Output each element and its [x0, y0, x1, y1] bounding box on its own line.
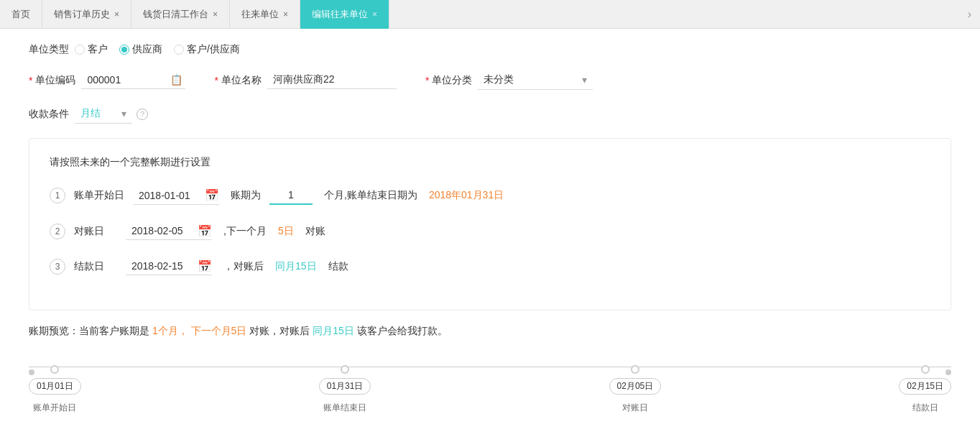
help-icon[interactable]: ? — [137, 109, 148, 120]
radio-customer[interactable]: 客户 — [75, 43, 108, 56]
radio-group: 客户 供应商 客户/供应商 — [75, 43, 240, 56]
radio-label-customer: 客户 — [88, 43, 108, 56]
tab-label: 编辑往来单位 — [312, 8, 368, 21]
date-input-1[interactable] — [133, 187, 205, 204]
calendar-icon-3[interactable]: 📅 — [198, 259, 212, 273]
tab-more-button[interactable]: › — [959, 8, 980, 21]
close-icon[interactable]: × — [114, 9, 119, 19]
required-star: * — [29, 75, 32, 86]
date-input-3[interactable] — [126, 257, 198, 275]
timeline-dot-4 — [921, 365, 930, 374]
step-desc-3b: 同月15日 — [275, 260, 317, 273]
step-end-date-1: 2018年01月31日 — [429, 189, 504, 202]
payment-field: 收款条件 月结 ▾ ? — [29, 104, 148, 124]
unit-category-label: 单位分类 — [432, 74, 472, 87]
unit-code-input[interactable] — [81, 71, 167, 88]
tab-label: 往来单位 — [241, 8, 279, 21]
timeline-point-4: 02月15日 结款日 — [899, 365, 951, 414]
radio-supplier[interactable]: 供应商 — [119, 43, 162, 56]
step-desc-2a: ,下一个月 — [223, 225, 267, 238]
tab-daily-work[interactable]: 钱货日清工作台 × — [131, 0, 230, 29]
unit-code-field: * 单位编码 📋 — [29, 71, 185, 89]
unit-name-label: 单位名称 — [221, 74, 262, 87]
timeline-point-2: 01月31日 账单结束日 — [319, 365, 371, 414]
step-row-2: 2 对账日 📅 ,下一个月 5日 对账 — [50, 222, 930, 240]
step-row-1: 1 账单开始日 📅 账期为 个月,账单结束日期为 2018年01月31日 — [50, 186, 930, 205]
tab-label: 钱货日清工作台 — [143, 8, 208, 21]
step-date-3: 📅 — [126, 257, 212, 275]
timeline-badge-2: 01月31日 — [319, 378, 371, 395]
tab-edit-units[interactable]: 编辑往来单位 × — [300, 0, 389, 29]
timeline-desc-3: 对账日 — [622, 402, 648, 414]
timeline: 01月01日 账单开始日 01月31日 账单结束日 02月05日 对账日 02月… — [29, 358, 951, 437]
step-num-2: 2 — [50, 224, 65, 239]
step-desc-3c: 结款 — [328, 260, 348, 273]
payment-row: 收款条件 月结 ▾ ? — [29, 104, 951, 124]
tab-sales-history[interactable]: 销售订单历史 × — [42, 0, 131, 29]
timeline-badge-1: 01月01日 — [29, 378, 81, 395]
radio-label-both: 客户/供应商 — [187, 43, 240, 56]
step-label-2: 对账日 — [74, 225, 117, 238]
unit-code-label: 单位编码 — [35, 74, 75, 87]
preview-text: 账期预览：当前客户账期是 1个月， 下一个月5日 对账，对账后 同月15日 该客… — [29, 325, 951, 338]
unit-type-row: 单位类型 客户 供应商 客户/供应商 — [29, 43, 951, 56]
step-desc-3a: ，对账后 — [223, 260, 264, 273]
required-star: * — [214, 75, 218, 86]
step-date-1: 📅 — [133, 187, 219, 205]
step-row-3: 3 结款日 📅 ，对账后 同月15日 结款 — [50, 257, 930, 275]
step-desc-2c: 对账 — [305, 225, 325, 238]
radio-both[interactable]: 客户/供应商 — [174, 43, 240, 56]
required-star: * — [425, 75, 429, 86]
unit-name-input[interactable] — [267, 71, 397, 89]
copy-icon[interactable]: 📋 — [167, 74, 185, 86]
timeline-dot-1 — [50, 365, 59, 374]
close-icon[interactable]: × — [372, 9, 377, 19]
tab-units[interactable]: 往来单位 × — [230, 0, 300, 29]
section-box: 请按照未来的一个完整帐期进行设置 1 账单开始日 📅 账期为 个月,账单结束日期… — [29, 138, 951, 310]
tab-home[interactable]: 首页 — [0, 0, 42, 29]
unit-category-select[interactable]: 未分类 ▾ — [478, 70, 593, 90]
timeline-dot-3 — [631, 365, 639, 374]
step-label-1: 账单开始日 — [74, 189, 124, 202]
dropdown-arrow-icon: ▾ — [582, 74, 587, 86]
unit-category-field: * 单位分类 未分类 ▾ — [425, 70, 593, 90]
tab-bar: 首页 销售订单历史 × 钱货日清工作台 × 往来单位 × 编辑往来单位 × › — [0, 0, 980, 29]
unit-type-label: 单位类型 — [29, 43, 69, 56]
section-title: 请按照未来的一个完整帐期进行设置 — [50, 156, 930, 169]
dropdown-arrow-icon: ▾ — [121, 108, 126, 119]
timeline-desc-2: 账单结束日 — [323, 402, 366, 414]
step-num-1: 1 — [50, 188, 65, 203]
preview-middle2: 对账，对账后 — [249, 325, 310, 336]
date-input-2[interactable] — [126, 222, 198, 239]
close-icon[interactable]: × — [283, 9, 288, 19]
timeline-badge-4: 02月15日 — [899, 378, 951, 395]
unit-info-row: * 单位编码 📋 * 单位名称 * 单位分类 未分类 ▾ — [29, 70, 951, 90]
preview-end-date: 同月15日 — [313, 325, 354, 336]
calendar-icon-2[interactable]: 📅 — [198, 224, 212, 238]
calendar-icon-1[interactable]: 📅 — [205, 188, 219, 202]
preview-suffix: 该客户会给我打款。 — [357, 325, 448, 336]
unit-name-field: * 单位名称 — [214, 71, 396, 89]
unit-category-value: 未分类 — [484, 73, 576, 86]
timeline-point-3: 02月05日 对账日 — [609, 365, 662, 414]
timeline-badge-3: 02月05日 — [609, 378, 662, 395]
payment-select[interactable]: 月结 ▾ — [75, 104, 132, 124]
radio-circle-both — [174, 45, 184, 55]
timeline-desc-4: 结款日 — [912, 402, 938, 414]
step-label-3: 结款日 — [74, 260, 117, 273]
close-icon[interactable]: × — [213, 9, 218, 19]
step-date-2: 📅 — [126, 222, 212, 240]
preview-period: 1个月， — [152, 325, 188, 336]
radio-label-supplier: 供应商 — [132, 43, 162, 56]
unit-type-field: 单位类型 客户 供应商 客户/供应商 — [29, 43, 240, 56]
payment-label: 收款条件 — [29, 108, 69, 121]
tab-label: 首页 — [11, 8, 30, 21]
radio-circle-supplier — [119, 45, 129, 55]
timeline-point-1: 01月01日 账单开始日 — [29, 365, 81, 414]
step-num-3: 3 — [50, 259, 65, 275]
step-desc-suffix-1: 个月,账单结束日期为 — [324, 189, 417, 202]
timeline-desc-1: 账单开始日 — [33, 402, 76, 414]
unit-code-input-wrapper: 📋 — [81, 71, 185, 89]
period-input[interactable] — [269, 186, 313, 205]
radio-circle-customer — [75, 45, 85, 55]
